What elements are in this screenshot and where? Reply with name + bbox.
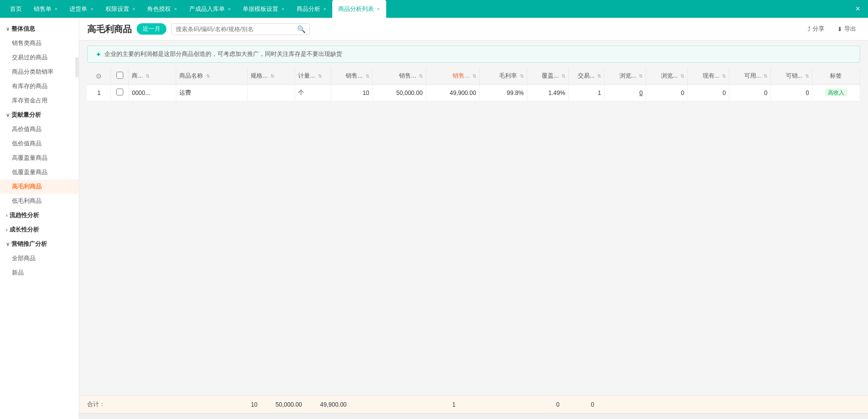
close-purchase-order-icon[interactable]: × (90, 6, 93, 12)
settings-icon[interactable]: ⚙ (96, 72, 102, 80)
select-all-checkbox[interactable] (116, 72, 123, 79)
horizontal-scrollbar[interactable] (79, 413, 868, 419)
search-wrap: 🔍 (171, 23, 310, 35)
nav-product-analysis[interactable]: 商品分析 × (291, 0, 332, 18)
sidebar-item-high-coverage[interactable]: 高覆盖量商品 (0, 151, 79, 165)
sidebar-item-new-goods[interactable]: 新品 (0, 266, 79, 280)
nav-permission-settings[interactable]: 权限设置 × (100, 0, 141, 18)
col-header-tag[interactable]: 标签 (812, 68, 860, 85)
row-trade: 1 (568, 85, 604, 101)
sidebar-group-marketing[interactable]: ∨ 营销推广分析 (0, 237, 79, 251)
sidebar-item-sales-goods[interactable]: 销售类商品 (0, 36, 79, 50)
col-sort-sales-qty-icon: ⇅ (365, 73, 369, 79)
close-product-warehouse-icon[interactable]: × (228, 6, 231, 12)
sidebar-collapse-button[interactable]: 《 (75, 57, 79, 77)
sidebar-group-growth-arrow: › (6, 227, 7, 233)
col-header-name[interactable]: 商品名称 ⇅ (176, 68, 248, 85)
col-sort-sales-amount-icon: ⇅ (419, 73, 423, 79)
row-gross-rate: 99.8% (479, 85, 527, 101)
footer-total-label: 合计： (87, 400, 127, 409)
sidebar-item-low-coverage[interactable]: 低覆盖量商品 (0, 165, 79, 180)
col-header-sellable[interactable]: 可销... ⇅ (770, 68, 812, 85)
sidebar-group-marketing-arrow: ∨ (6, 241, 9, 247)
close-all-button[interactable]: × (852, 4, 864, 13)
nav-purchase-order[interactable]: 进货单 × (63, 0, 99, 18)
search-input[interactable] (176, 26, 297, 33)
nav-template-settings[interactable]: 单据模板设置 × (237, 0, 290, 18)
sidebar-item-traded-goods[interactable]: 交易过的商品 (0, 50, 79, 65)
sidebar-item-low-margin[interactable]: 低毛利商品 (0, 194, 79, 208)
footer-sales-profit: 49,900.00 (305, 401, 350, 408)
close-permission-icon[interactable]: × (132, 6, 135, 12)
col-header-sales-profit[interactable]: 销售... ⇅ (426, 68, 479, 85)
sidebar-item-high-margin[interactable]: 高毛利商品 (0, 180, 79, 194)
row-name: 运费 (176, 85, 248, 101)
close-product-analysis-icon[interactable]: × (323, 6, 326, 12)
row-spec (248, 85, 295, 101)
close-product-analysis-list-icon[interactable]: × (377, 6, 380, 12)
sidebar-item-stock-capital[interactable]: 库存资金占用 (0, 93, 79, 108)
close-role-auth-icon[interactable]: × (174, 6, 177, 12)
row-code: 0000... (129, 85, 176, 101)
sidebar-item-low-value[interactable]: 低价值商品 (0, 137, 79, 151)
col-header-trade[interactable]: 交易... ⇅ (568, 68, 604, 85)
col-sort-available-icon: ⇅ (764, 73, 767, 79)
content-header: 高毛利商品 近一月 🔍 ⤴ 分享 ⬇ 导出 (79, 18, 868, 41)
row-sales-qty: 10 (331, 85, 372, 101)
share-button[interactable]: ⤴ 分享 (804, 23, 828, 35)
table-wrap: ⚙ 商... ⇅ 商品名称 ⇅ (79, 68, 868, 395)
col-header-sales-amount[interactable]: 销售... ⇅ (372, 68, 426, 85)
page-title: 高毛利商品 (87, 23, 132, 35)
col-header-spec[interactable]: 规格... ⇅ (248, 68, 295, 85)
sidebar-item-all-goods[interactable]: 全部商品 (0, 251, 79, 266)
sidebar-item-stock-goods[interactable]: 有库存的商品 (0, 79, 79, 93)
sidebar-group-trend-arrow: › (6, 213, 7, 218)
col-sort-gross-rate-icon: ⇅ (520, 73, 524, 79)
col-sort-browse2-icon: ⇅ (680, 73, 684, 79)
col-header-sales-qty[interactable]: 销售... ⇅ (331, 68, 372, 85)
sidebar-group-overall-arrow: ∨ (6, 26, 9, 32)
footer-sales-amount: 50,000.00 (260, 401, 305, 408)
col-header-settings[interactable]: ⚙ (87, 68, 111, 85)
col-header-current-stock[interactable]: 现有... ⇅ (687, 68, 729, 85)
row-checkbox[interactable] (116, 89, 123, 95)
nav-sales-order[interactable]: 销售单 × (28, 0, 63, 18)
row-browse1[interactable]: 0 (605, 85, 646, 101)
col-header-browse1[interactable]: 浏览... ⇅ (605, 68, 646, 85)
nav-role-auth[interactable]: 角色授权 × (141, 0, 183, 18)
sidebar-item-high-value[interactable]: 高价值商品 (0, 122, 79, 137)
sidebar-group-trend[interactable]: › 流趋性分析 (0, 208, 79, 223)
sidebar-group-overall[interactable]: ∨ 整体信息 (0, 22, 79, 36)
browse1-link[interactable]: 0 (639, 90, 643, 96)
nav-home[interactable]: 首页 (4, 0, 28, 18)
row-sales-amount: 50,000.00 (372, 85, 426, 101)
tag-high-income-badge: 高收入 (825, 89, 847, 96)
col-header-check[interactable] (111, 68, 129, 85)
footer-empty-2 (350, 401, 429, 408)
col-header-unit[interactable]: 计量... ⇅ (295, 68, 331, 85)
nav-product-analysis-list[interactable]: 商品分析列表 × (332, 0, 386, 18)
col-header-browse2[interactable]: 浏览... ⇅ (646, 68, 687, 85)
info-icon: ✦ (96, 50, 102, 58)
export-button[interactable]: ⬇ 导出 (833, 23, 860, 35)
sidebar-group-contribution[interactable]: ∨ 贡献量分析 (0, 108, 79, 122)
col-header-code[interactable]: 商... ⇅ (129, 68, 176, 85)
nav-product-warehouse[interactable]: 产成品入库单 × (183, 0, 237, 18)
col-header-coverage[interactable]: 覆盖... ⇅ (527, 68, 568, 85)
sidebar-group-growth[interactable]: › 成长性分析 (0, 223, 79, 237)
close-template-settings-icon[interactable]: × (281, 6, 284, 12)
row-check[interactable] (111, 85, 129, 101)
col-header-available[interactable]: 可用... ⇅ (729, 68, 770, 85)
time-filter-button[interactable]: 近一月 (137, 23, 166, 35)
footer-trade: 1 (429, 401, 459, 408)
col-sort-sellable-icon: ⇅ (805, 73, 809, 79)
col-sort-trade-icon: ⇅ (597, 73, 601, 79)
close-sales-order-icon[interactable]: × (54, 6, 57, 12)
sidebar-item-category-rate[interactable]: 商品分类助销率 (0, 65, 79, 79)
sidebar-group-contribution-arrow: ∨ (6, 112, 9, 118)
col-header-gross-rate[interactable]: 毛利率 ⇅ (479, 68, 527, 85)
row-available: 0 (729, 85, 770, 101)
row-browse2: 0 (646, 85, 687, 101)
data-table: ⚙ 商... ⇅ 商品名称 ⇅ (87, 68, 860, 101)
col-sort-current-stock-icon: ⇅ (722, 73, 726, 79)
